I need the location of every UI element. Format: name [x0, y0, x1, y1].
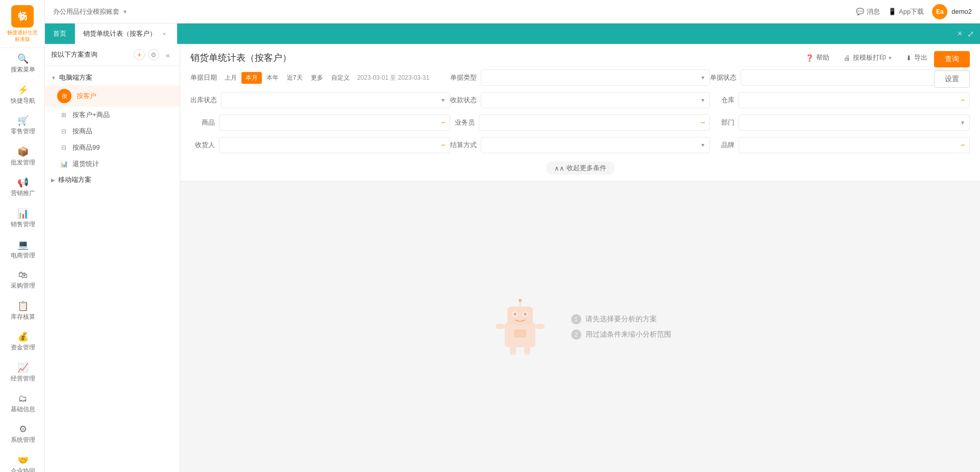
date-shortcut-custom[interactable]: 自定义 [328, 72, 353, 84]
scheme-item-by-product-label: 按商品 [72, 127, 92, 136]
warehouse-dots-icon[interactable]: ··· [961, 96, 964, 105]
help-label: 帮助 [816, 53, 829, 62]
main-area: 办公用品行业模拟账套 ▾ 💬 消息 📱 App下载 Ea demo2 首页 [45, 0, 980, 472]
sidebar-label-inventory: 库存核算 [11, 313, 35, 321]
department-label: 部门 [710, 118, 739, 127]
basics-icon: 🗂 [18, 393, 28, 404]
sidebar-item-wholesale[interactable]: 📦 批发管理 [0, 141, 44, 172]
grid-icon: ⊟ [59, 127, 68, 136]
warehouse-input[interactable]: ··· [739, 92, 970, 108]
sidebar-item-operations[interactable]: 📈 经营管理 [0, 357, 44, 388]
hint-2-text: 用过滤条件来缩小分析范围 [585, 330, 671, 339]
department-input[interactable]: ▾ [739, 114, 970, 131]
brand-input[interactable]: ··· [739, 137, 970, 153]
scheme-item-return-stat[interactable]: 📊 退货统计 [45, 156, 180, 172]
print-icon: 🖨 [844, 54, 850, 62]
ecommerce-icon: 💻 [17, 239, 29, 250]
scheme-item-by-product[interactable]: ⊟ 按商品 [45, 123, 180, 139]
app-download-button[interactable]: 📱 App下载 [888, 7, 924, 16]
logo-icon: 畅 [11, 5, 34, 28]
hint-1-text: 请先选择要分析的方案 [585, 315, 657, 324]
sidebar-item-ecommerce[interactable]: 💻 电商管理 [0, 234, 44, 265]
product-input[interactable]: ··· [219, 114, 450, 131]
scheme-group-desktop: ▼ 电脑端方案 按 按客户 ⊞ 按客户+商品 ⊟ 按商品 [45, 70, 180, 172]
tab-sales-stat[interactable]: 销货单统计表（按客户） × [75, 23, 177, 44]
scheme-item-by-customer[interactable]: 按 按客户 [45, 85, 180, 107]
scheme-settings-button[interactable]: ⚙ [148, 49, 159, 60]
window-restore-button[interactable]: ⤢ [967, 29, 974, 39]
scheme-collapse-button[interactable]: « [162, 49, 174, 60]
logo-text: 畅捷通好生意标准版 [7, 29, 38, 42]
sidebar-item-quick-nav[interactable]: ⚡ 快捷导航 [0, 79, 44, 110]
breadcrumb-dropdown-icon[interactable]: ▾ [124, 8, 127, 15]
sidebar-item-enterprise[interactable]: 🤝 企业协同 [0, 450, 44, 472]
scheme-group-desktop-header[interactable]: ▼ 电脑端方案 [45, 70, 180, 85]
date-shortcut-more[interactable]: 更多 [307, 72, 327, 84]
date-shortcut-last-7[interactable]: 近7天 [283, 72, 306, 84]
svg-point-4 [513, 313, 517, 316]
help-button[interactable]: ❓ 帮助 [801, 51, 834, 64]
payment-status-input[interactable]: ▾ [481, 92, 710, 108]
settings-button[interactable]: 设置 [934, 70, 970, 88]
template-print-button[interactable]: 🖨 按模板打印 ▾ [840, 51, 896, 64]
window-close-button[interactable]: × [958, 29, 962, 38]
query-button[interactable]: 查询 [934, 51, 970, 67]
sidebar-label-enterprise: 企业协同 [11, 467, 35, 472]
print-dropdown-icon[interactable]: ▾ [889, 55, 892, 61]
sidebar-label-search: 搜索菜单 [11, 66, 35, 74]
warehouse-label: 仓库 [710, 96, 739, 105]
sidebar-logo: 畅 畅捷通好生意标准版 [0, 0, 44, 48]
settlement-input[interactable]: ▾ [481, 137, 710, 153]
scheme-panel-header: 按以下方案查询 + ⚙ « [45, 44, 180, 66]
retail-icon: 🛒 [17, 115, 29, 126]
sidebar-item-basics[interactable]: 🗂 基础信息 [0, 388, 44, 419]
export-label: 导出 [914, 53, 927, 62]
message-icon: 💬 [856, 8, 864, 15]
salesperson-input[interactable]: ··· [479, 114, 710, 131]
app-download-label: App下载 [899, 7, 924, 16]
brand-filter: 品牌 ··· [710, 137, 970, 153]
date-range: 2023-03-01 至 2023-03-31 [357, 74, 429, 82]
purchase-icon: 🛍 [18, 270, 28, 280]
finance-icon: 💰 [17, 331, 29, 342]
sidebar-item-sales[interactable]: 📊 销售管理 [0, 203, 44, 234]
salesperson-dots-icon[interactable]: ··· [701, 118, 704, 127]
sidebar-item-inventory[interactable]: 📋 库存核算 [0, 295, 44, 326]
ship-status-input[interactable]: ▾ [221, 92, 450, 108]
tab-home-label: 首页 [53, 29, 66, 38]
tab-home[interactable]: 首页 [45, 23, 75, 44]
svg-rect-7 [524, 347, 530, 355]
brand-dots-icon[interactable]: ··· [961, 140, 964, 150]
scheme-item-by-product-99[interactable]: ⊟ 按商品99 [45, 139, 180, 156]
date-shortcut-last-month[interactable]: 上月 [221, 72, 240, 84]
product-dots-icon[interactable]: ··· [441, 118, 445, 127]
order-type-filter: 单据类型 ▾ [450, 69, 710, 86]
receiver-input[interactable]: ··· [219, 137, 450, 153]
sidebar-item-purchase[interactable]: 🛍 采购管理 [0, 265, 44, 295]
scheme-add-button[interactable]: + [134, 49, 145, 60]
scheme-item-by-customer-product[interactable]: ⊞ 按客户+商品 [45, 107, 180, 123]
export-button[interactable]: ⬇ 导出 [902, 51, 932, 64]
sidebar-item-marketing[interactable]: 📢 营销推广 [0, 172, 44, 203]
sidebar-item-retail[interactable]: 🛒 零售管理 [0, 110, 44, 141]
date-shortcut-this-month[interactable]: 本月 [241, 72, 262, 84]
ship-status-dropdown-icon: ▾ [442, 97, 445, 104]
user-profile[interactable]: Ea demo2 [932, 4, 972, 19]
sidebar-item-finance[interactable]: 💰 资金管理 [0, 326, 44, 357]
sidebar-item-system[interactable]: ⚙ 系统管理 [0, 418, 44, 450]
receiver-dots-icon[interactable]: ··· [441, 140, 445, 150]
scheme-group-mobile-header[interactable]: ▶ 移动端方案 [45, 172, 180, 187]
order-type-input[interactable]: ▾ [481, 69, 710, 86]
collapse-button[interactable]: ∧∧ 收起更多条件 [546, 161, 615, 175]
tab-close-icon[interactable]: × [160, 30, 168, 38]
system-icon: ⚙ [19, 423, 27, 435]
sidebar-label-retail: 零售管理 [11, 128, 35, 136]
date-shortcut-this-year[interactable]: 本年 [263, 72, 282, 84]
receiver-label: 收货人 [190, 140, 219, 150]
sidebar-label-ecommerce: 电商管理 [11, 252, 35, 260]
filter-row-2: 出库状态 ▾ 收款状态 ▾ 仓库 [190, 92, 970, 108]
sidebar-label-finance: 资金管理 [11, 344, 35, 352]
message-button[interactable]: 💬 消息 [856, 7, 880, 16]
filter-row-4: 收货人 ··· 结算方式 ▾ 品牌 [190, 137, 970, 153]
sidebar-item-search[interactable]: 🔍 搜索菜单 [0, 48, 44, 79]
